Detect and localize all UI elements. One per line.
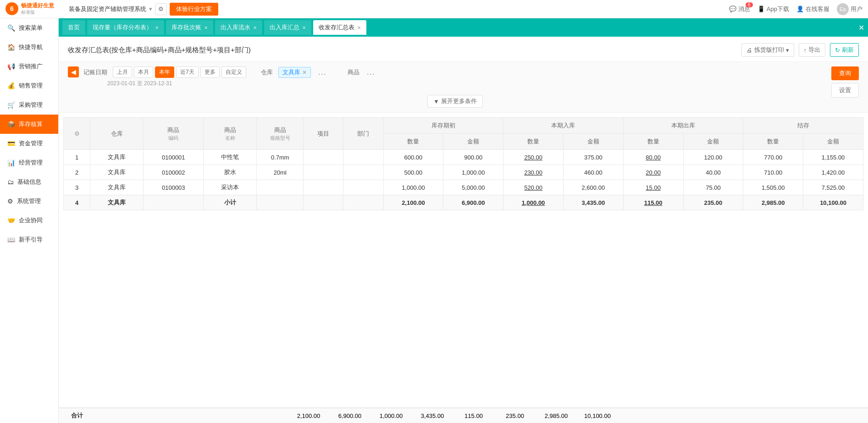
date-btn-7days[interactable]: 近7天 [176, 66, 199, 78]
cell-spec: 0.7mm [257, 150, 304, 165]
tab-inout-summary-close[interactable]: ✕ [302, 25, 306, 30]
cell-begin-amt: 6,900.00 [443, 195, 503, 210]
sidebar-item-guide[interactable]: 📖 新手引导 [0, 230, 58, 249]
set-button[interactable]: 设置 [831, 83, 859, 98]
cell-out-amt: 40.00 [683, 165, 743, 180]
user-button[interactable]: Ea 用户 [837, 3, 862, 15]
tab-recv-send-summary-close[interactable]: ✕ [357, 25, 361, 30]
cell-project [304, 195, 343, 210]
expand-conditions-button[interactable]: ▼ 展开更多条件 [427, 95, 483, 108]
print-button[interactable]: 🖨 拣货版打印 ▾ [741, 43, 794, 57]
sidebar-item-basic[interactable]: 🗂 基础信息 [0, 172, 58, 192]
th-end-qty: 数量 [743, 134, 803, 150]
th-end-group: 结存 [743, 118, 863, 134]
th-out-group: 本期出库 [623, 118, 743, 134]
sidebar-item-search[interactable]: 🔍 搜索菜单 [0, 18, 58, 38]
filter-content: 记账日期 上月 本月 本年 近7天 更多 自定义 仓库 文 [83, 66, 827, 108]
sidebar-item-cooperation[interactable]: 🤝 企业协同 [0, 211, 58, 230]
sidebar-label-purchase: 采购管理 [19, 101, 43, 109]
cell-out-qty[interactable]: 20.00 [623, 165, 683, 180]
tab-batch-account-close[interactable]: ✕ [204, 25, 208, 30]
tab-inventory-dist-close[interactable]: ✕ [155, 25, 159, 30]
page-content: 收发存汇总表(按仓库+商品编码+商品+规格型号+项目+部门) 🖨 拣货版打印 ▾… [59, 37, 868, 423]
in-qty-link[interactable]: 250.00 [524, 154, 542, 161]
sidebar-item-operation[interactable]: 📊 经营管理 [0, 153, 58, 172]
settings-button[interactable]: ⚙ [155, 3, 167, 15]
sidebar-label-sales: 销售管理 [19, 82, 43, 90]
tab-batch-account[interactable]: 库存批次账 ✕ [166, 20, 213, 35]
th-begin-amt: 金额 [443, 134, 503, 150]
filter-action-buttons: 查询 设置 [831, 66, 859, 98]
sidebar-item-quicknav[interactable]: 🏠 快捷导航 [0, 38, 58, 57]
message-button[interactable]: 💬 消息 6 [729, 5, 750, 13]
online-service-button[interactable]: 👤 在线客服 [796, 5, 829, 13]
tab-recv-send-summary[interactable]: 收发存汇总表 ✕ [313, 20, 366, 35]
cell-out-qty[interactable]: 15.00 [623, 180, 683, 195]
column-settings-icon[interactable]: ⚙ [74, 130, 80, 137]
date-btn-more[interactable]: 更多 [200, 66, 220, 78]
tab-bar-close[interactable]: ✕ [858, 23, 864, 32]
export-icon: ↑ [804, 47, 807, 54]
out-qty-link[interactable]: 115.00 [644, 199, 663, 206]
sidebar-item-marketing[interactable]: 📢 营销推广 [0, 57, 58, 76]
sidebar-label-guide: 新手引导 [19, 236, 43, 244]
refresh-label: 刷新 [842, 46, 854, 54]
date-btn-thisyear[interactable]: 本年 [155, 66, 174, 78]
sidebar-item-inventory[interactable]: 📦 库存核算 [0, 115, 58, 134]
filter-collapse-button[interactable]: ◀ [68, 66, 79, 77]
tab-inout-flow-close[interactable]: ✕ [253, 25, 257, 30]
out-qty-link[interactable]: 15.00 [646, 184, 661, 191]
tab-inout-summary[interactable]: 出入库汇总 ✕ [264, 20, 311, 35]
export-button[interactable]: ↑ 导出 [799, 43, 826, 57]
in-qty-link[interactable]: 230.00 [524, 169, 542, 176]
export-label: 导出 [808, 46, 820, 54]
cell-out-qty[interactable]: 115.00 [623, 195, 683, 210]
th-out-amt: 金额 [683, 134, 743, 150]
sidebar-label-system: 系统管理 [17, 197, 41, 205]
th-code: 商品编码 [144, 118, 204, 150]
goods-more-button[interactable]: ... [365, 67, 377, 77]
out-qty-link[interactable]: 80.00 [646, 154, 661, 161]
sidebar-item-purchase[interactable]: 🛒 采购管理 [0, 95, 58, 115]
sidebar: 🔍 搜索菜单 🏠 快捷导航 📢 营销推广 💰 销售管理 🛒 采购管理 📦 库存核… [0, 18, 59, 423]
th-out-qty: 数量 [623, 134, 683, 150]
sidebar-label-cooperation: 企业协同 [19, 216, 43, 225]
sidebar-label-operation: 经营管理 [19, 159, 43, 167]
cell-in-qty[interactable]: 230.00 [503, 165, 564, 180]
tab-inout-flow-label: 出入库流水 [221, 23, 250, 32]
th-settings[interactable]: ⚙ [64, 118, 90, 150]
sidebar-item-sales[interactable]: 💰 销售管理 [0, 76, 58, 95]
sidebar-label-marketing: 营销推广 [19, 62, 43, 71]
cell-in-qty[interactable]: 520.00 [503, 180, 564, 195]
logo-area: 6 畅捷通好生意 标准版 [6, 2, 64, 15]
warehouse-tag-close[interactable]: ✕ [302, 69, 307, 76]
home-icon: 🏠 [7, 44, 15, 51]
in-qty-link[interactable]: 520.00 [524, 184, 542, 191]
cell-in-qty[interactable]: 250.00 [503, 150, 564, 165]
sidebar-item-finance[interactable]: 💳 资金管理 [0, 134, 58, 153]
cell-spec: 20ml [257, 165, 304, 180]
sidebar-item-system[interactable]: ⚙ 系统管理 [0, 192, 58, 211]
tab-inventory-dist[interactable]: 现存量（库存分布表） ✕ [87, 20, 164, 35]
refresh-button[interactable]: ↻ 刷新 [830, 43, 859, 57]
trial-button[interactable]: 体验行业方案 [170, 3, 218, 16]
cell-in-amt: 3,435.00 [563, 195, 623, 210]
cell-out-amt: 120.00 [683, 150, 743, 165]
in-qty-link[interactable]: 1,000.00 [522, 199, 545, 206]
tab-inout-flow[interactable]: 出入库流水 ✕ [215, 20, 262, 35]
warehouse-more-button[interactable]: ... [316, 67, 328, 77]
date-btn-lastmonth[interactable]: 上月 [113, 66, 132, 78]
sidebar-label-quicknav: 快捷导航 [19, 43, 43, 51]
tab-home[interactable]: 首页 [62, 20, 85, 35]
cell-end-qty: 2,985.00 [743, 195, 803, 210]
date-btn-custom[interactable]: 自定义 [221, 66, 246, 78]
page-header: 收发存汇总表(按仓库+商品编码+商品+规格型号+项目+部门) 🖨 拣货版打印 ▾… [59, 37, 868, 62]
query-button[interactable]: 查询 [831, 66, 859, 80]
cell-in-qty[interactable]: 1,000.00 [503, 195, 564, 210]
marketing-icon: 📢 [7, 63, 15, 70]
table-body: 1文具库0100001中性笔0.7mm600.00900.00250.00375… [64, 150, 863, 210]
cell-out-qty[interactable]: 80.00 [623, 150, 683, 165]
date-btn-thismonth[interactable]: 本月 [134, 66, 153, 78]
app-download-button[interactable]: 📱 App下载 [757, 5, 789, 13]
out-qty-link[interactable]: 20.00 [646, 169, 661, 176]
